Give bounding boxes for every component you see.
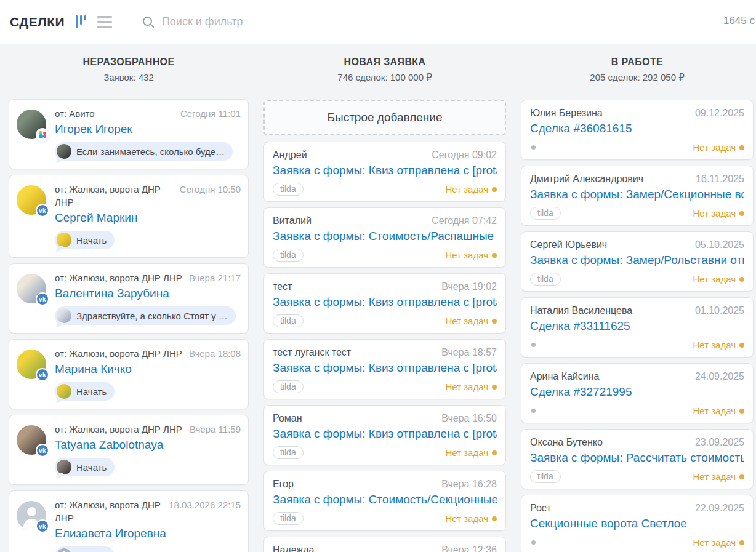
deal-title-link[interactable]: Заявка с формы: Квиз отправлена с [prota… [273,360,497,376]
deal-title-link[interactable]: Сделка #33111625 [530,318,744,334]
no-task-status[interactable]: Нет задач [445,250,497,260]
deal-title-link[interactable]: Заявка с формы: Квиз отправлена с [prota… [273,294,497,310]
deal-card[interactable]: Наталия Василенцева 01.10.2025 Сделка #3… [521,297,754,358]
deal-title-link[interactable]: Заявка с формы: Квиз отправлена с [prota… [273,162,497,178]
deal-card[interactable]: Андрей Сегодня 09:02 Заявка с формы: Кви… [263,142,506,202]
chip-message: Начать [76,386,107,397]
deal-date: 01.10.2025 [695,304,744,317]
lead-time: Вчера 18:08 [189,347,241,360]
lead-card[interactable]: от: Жалюзи, ворота ДНР ЛНР Вчера 18:08 М… [9,339,249,409]
deal-title-link[interactable]: Заявка с формы: Замер/Рольставни отправ… [530,252,744,268]
lead-time: Сегодня 10:50 [180,183,241,196]
lead-name-link[interactable]: Марина Кичко [55,361,241,377]
deal-date: 16.11.2025 [696,172,744,185]
tilda-tag: tilda [273,512,304,525]
deal-contact-name: Виталий [273,214,316,227]
deal-card[interactable]: Егор Вчера 16:28 Заявка с формы: Стоимос… [263,471,506,531]
lead-card[interactable]: от: Жалюзи, ворота ДНР ЛНР Сегодня 10:50… [9,175,249,258]
deal-title-link[interactable]: Заявка с формы: Рассчитать стоимость/Вор… [530,450,744,466]
deal-card[interactable]: Сергей Юрьевич 05.10.2025 Заявка с формы… [521,231,754,292]
deal-date: 05.10.2025 [695,238,744,251]
lead-source: от: Жалюзи, ворота ДНР ЛНР [55,498,169,524]
lead-name-link[interactable]: Игорек Игорек [55,121,241,137]
deal-card[interactable]: Надежда Вчера 12:36 Заявка с формы: Квиз… [263,537,506,552]
status-dot-icon [739,343,744,348]
deal-card[interactable]: Роман Вчера 16:50 Заявка с формы: Квиз о… [263,405,506,465]
lead-card[interactable]: от: Жалюзи, ворота ДНР ЛНР Вчера 11:59 T… [9,415,249,485]
deal-card[interactable]: Арина Кайсина 24.09.2025 Сделка #3272199… [521,363,754,423]
status-dot-icon [739,409,744,414]
no-task-status[interactable]: Нет задач [445,382,497,392]
no-task-status[interactable]: Нет задач [445,513,497,524]
gray-dot-icon [531,409,536,413]
lead-card[interactable]: от: Жалюзи, ворота ДНР ЛНР 18.03.2026 22… [9,490,249,552]
gray-dot-icon [531,540,536,545]
menu-icon[interactable] [97,16,112,28]
no-task-status[interactable]: Нет задач [693,537,744,548]
lead-card[interactable]: от: Жалюзи, ворота ДНР ЛНР Вчера 21:17 В… [9,263,249,334]
vk-badge-icon [36,519,49,533]
column-title: В РАБОТЕ [521,57,754,68]
no-task-status[interactable]: Нет задач [693,208,744,218]
no-task-status[interactable]: Нет задач [445,184,497,194]
column-in-progress: В РАБОТЕ 205 сделок: 292 050 ₽ Юлия Бере… [521,57,754,552]
deal-date: Сегодня 09:02 [432,148,497,161]
avito-badge-icon [36,128,49,142]
kanban-view-icon[interactable] [76,15,86,29]
deal-title-link[interactable]: Заявка с формы: Квиз отправлена с [prota… [273,426,497,442]
status-dot-icon [739,540,744,545]
no-task-status[interactable]: Нет задач [693,471,744,482]
column-new-request: НОВАЯ ЗАЯВКА 746 сделок: 100 000 ₽ Быстр… [263,57,506,552]
deal-title-link[interactable]: Сделка #32721995 [530,384,744,400]
lead-name-link[interactable]: Tatyana Zabolotnaya [55,436,241,453]
last-message-chip[interactable]: Если занимаетесь, сколько буде… [55,142,233,161]
tilda-tag: tilda [530,273,561,286]
deal-card[interactable]: Оксана Бутенко 23.09.2025 Заявка с формы… [521,429,754,489]
tilda-tag: tilda [530,470,561,483]
lead-name-link[interactable]: Валентина Зарубина [55,285,241,302]
deal-contact-name: Арина Кайсина [530,370,605,383]
no-task-status[interactable]: Нет задач [693,340,744,350]
deal-card[interactable]: тест луганск тест Вчера 18:57 Заявка с ф… [263,339,506,399]
no-task-status[interactable]: Нет задач [693,406,744,416]
gray-dot-icon [531,145,536,150]
status-dot-icon [492,187,497,192]
no-task-status[interactable]: Нет задач [693,274,744,284]
status-dot-icon [739,277,744,282]
deal-title-link[interactable]: Секционные ворота Светлое [530,516,744,532]
lead-time: Сегодня 11:01 [180,107,241,120]
deal-card[interactable]: Дмитрий Александрович 16.11.2025 Заявка … [521,166,754,226]
no-task-status[interactable]: Нет задач [445,316,497,326]
kanban-board: НЕРАЗОБРАННОЕ Заявок: 432 от: Авито Сего… [0,44,756,552]
last-message-chip[interactable]: Начать [55,458,115,476]
lead-card[interactable]: от: Авито Сегодня 11:01 Игорек Игорек Ес… [9,99,249,169]
search-input[interactable] [162,15,420,28]
quick-add-button[interactable]: Быстрое добавление [263,100,506,135]
lead-name-link[interactable]: Сергей Маркин [55,209,241,226]
deal-card[interactable]: Юлия Березина 09.12.2025 Сделка #3608161… [521,100,754,160]
deal-title-link[interactable]: Заявка с формы: Стоимость/Распашные вор… [273,228,497,244]
deal-title-link[interactable]: Заявка с формы: Стоимость/Секционные во… [273,492,497,508]
deal-card[interactable]: тест Вчера 19:02 Заявка с формы: Квиз от… [263,273,506,334]
contact-avatar [17,274,46,303]
search-box[interactable] [142,15,756,28]
last-message-chip[interactable]: Начать [55,546,115,552]
deal-title-link[interactable]: Сделка #36081615 [530,121,744,137]
last-message-chip[interactable]: Начать [55,382,115,401]
tilda-tag: tilda [273,183,304,196]
last-message-chip[interactable]: Здравствуйте, а сколько Стоят у … [55,306,236,325]
no-task-status[interactable]: Нет задач [445,447,497,458]
chip-avatar [57,144,71,159]
no-task-status[interactable]: Нет задач [693,142,744,153]
last-message-chip[interactable]: Начать [55,231,115,249]
status-dot-icon [492,385,497,390]
chip-avatar [57,233,71,247]
contact-avatar [17,185,46,215]
deal-title-link[interactable]: Заявка с формы: Замер/Секционные ворота… [530,186,744,202]
column-title: НОВАЯ ЗАЯВКА [263,57,506,68]
deal-date: Вчера 19:02 [441,280,497,293]
deal-date: Вчера 16:28 [441,478,497,490]
lead-name-link[interactable]: Елизавета Игоревна [55,525,241,542]
deal-card[interactable]: Рост 22.09.2025 Секционные ворота Светло… [521,495,754,552]
deal-card[interactable]: Виталий Сегодня 07:42 Заявка с формы: Ст… [263,207,506,268]
